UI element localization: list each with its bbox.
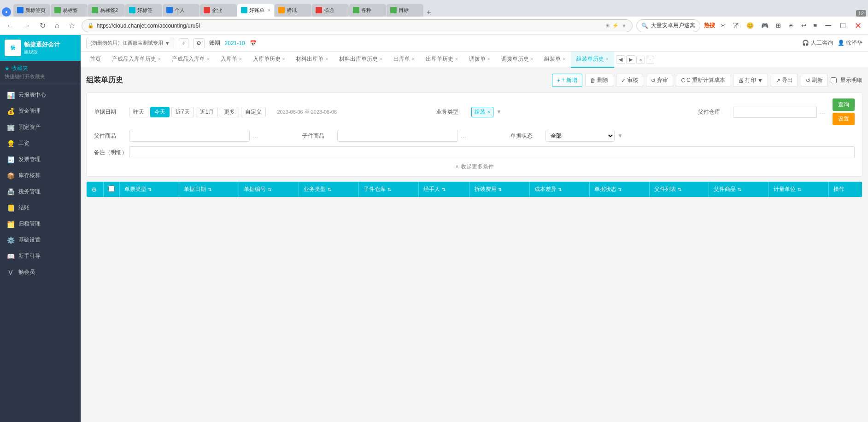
page-tab-in-history[interactable]: 入库单历史 × xyxy=(247,52,291,68)
tab-close-7[interactable]: × xyxy=(412,57,415,62)
browser-tab-9[interactable]: 畅通 xyxy=(312,4,349,17)
audit-button[interactable]: ✓ 审核 xyxy=(616,74,643,87)
export-button[interactable]: ↗ 导出 xyxy=(771,74,798,87)
sidebar-item-inventory[interactable]: 📦 库存核算 xyxy=(0,168,81,184)
menu-icon[interactable]: ≡ xyxy=(812,21,819,30)
browser-tab-4[interactable]: 好标签 xyxy=(125,4,162,17)
minimize-button[interactable]: ─ xyxy=(822,19,834,32)
abandon-button[interactable]: ↺ 弃审 xyxy=(646,74,673,87)
add-button[interactable]: + + 新增 xyxy=(552,74,582,87)
browser-tab-3[interactable]: 易标签2 xyxy=(88,4,125,17)
add-company-button[interactable]: + xyxy=(179,38,188,48)
col-checkbox[interactable] xyxy=(103,182,119,197)
remarks-input[interactable] xyxy=(129,146,855,158)
page-tab-assembly-history[interactable]: 组装单历史 × xyxy=(571,52,614,68)
game-icon[interactable]: 🎮 xyxy=(759,21,770,30)
tab-close-6[interactable]: × xyxy=(380,57,382,62)
col-type[interactable]: 单票类型 ⇅ xyxy=(119,182,179,197)
col-child-warehouse[interactable]: 子件仓库 ⇅ xyxy=(359,182,419,197)
delete-button[interactable]: 🗑 删除 xyxy=(585,74,613,87)
date-btn-today[interactable]: 今天 xyxy=(150,107,170,117)
col-date[interactable]: 单据日期 ⇅ xyxy=(179,182,239,197)
order-status-select[interactable]: 全部 xyxy=(545,130,615,142)
col-cost-diff[interactable]: 成本差异 ⇅ xyxy=(529,182,589,197)
sun-icon[interactable]: ☀ xyxy=(786,21,796,30)
date-btn-7days[interactable]: 近7天 xyxy=(171,107,194,117)
page-tab-finished-in[interactable]: 产成品入库单 × xyxy=(166,52,215,68)
sidebar-favorites[interactable]: ★ 收藏夹 快捷键打开收藏夹 xyxy=(0,61,81,84)
print-button[interactable]: 🖨 打印 ▼ xyxy=(733,74,768,87)
col-settings[interactable]: ⚙ xyxy=(87,182,103,197)
child-goods-input[interactable] xyxy=(337,130,458,142)
table-settings-button[interactable]: ⚙ xyxy=(91,186,97,193)
company-settings-button[interactable]: ⚙ xyxy=(193,38,205,48)
undo-icon[interactable]: ↩ xyxy=(799,21,808,30)
col-order-status[interactable]: 单据状态 ⇅ xyxy=(589,182,649,197)
tab-close-3[interactable]: × xyxy=(239,57,242,62)
page-tab-home[interactable]: 首页 xyxy=(84,52,106,68)
biz-type-tag-close[interactable]: × xyxy=(487,110,490,115)
maximize-button[interactable]: □ xyxy=(838,19,848,32)
parent-warehouse-more-icon[interactable]: … xyxy=(820,109,825,115)
grid-icon[interactable]: ⊞ xyxy=(774,21,783,30)
refresh-button[interactable]: ↺ 刷新 xyxy=(801,74,828,87)
tab-close-5[interactable]: × xyxy=(325,57,328,62)
col-unit[interactable]: 计量单位 ⇅ xyxy=(769,182,829,197)
col-disassemble-fee[interactable]: 拆装费用 ⇅ xyxy=(469,182,529,197)
reload-button[interactable]: ↻ xyxy=(37,19,48,32)
browser-tab-5[interactable]: 个人 xyxy=(163,4,199,17)
sidebar-item-reports[interactable]: 📊 云报表中心 xyxy=(0,87,81,103)
browser-tab-8[interactable]: 腾讯 xyxy=(275,4,311,17)
recalc-button[interactable]: C C 重新计算成本 xyxy=(676,74,730,87)
url-bar[interactable]: 🔒 https://cloud.chanjet.com/accounting/u… xyxy=(82,19,633,32)
page-tab-material-out-history[interactable]: 材料出库单历史 × xyxy=(334,52,388,68)
parent-goods-input[interactable] xyxy=(129,130,250,142)
home-button[interactable]: ⌂ xyxy=(52,20,62,32)
service-button[interactable]: 🎧 人工咨询 xyxy=(802,39,833,47)
company-selector[interactable]: (勿删勿禁用）江西服宝测试专用 ▼ xyxy=(86,38,174,48)
query-button[interactable]: 查询 xyxy=(833,98,855,111)
col-parent-list[interactable]: 父件列表 ⇅ xyxy=(649,182,709,197)
sidebar-item-funds[interactable]: 💰 资金管理 xyxy=(0,103,81,119)
url-dropdown-icon[interactable]: ▼ xyxy=(622,23,627,29)
tabs-menu-button[interactable]: ≡ xyxy=(646,56,654,64)
emoji-icon[interactable]: 😊 xyxy=(745,21,756,30)
tab-close-4[interactable]: × xyxy=(282,57,285,62)
back-button[interactable]: ← xyxy=(4,20,17,32)
settings-button[interactable]: 设置 xyxy=(833,113,855,125)
sidebar-item-close-accounts[interactable]: 📒 结账 xyxy=(0,200,81,216)
period-value[interactable]: 2021-10 xyxy=(225,40,245,46)
parent-goods-more-icon[interactable]: … xyxy=(252,133,258,139)
collapse-button[interactable]: ∧ 收起更多条件 xyxy=(455,163,494,171)
biz-type-dropdown-icon[interactable]: ▼ xyxy=(496,109,502,115)
page-tab-transfer[interactable]: 调拨单 × xyxy=(463,52,496,68)
col-biz-type[interactable]: 业务类型 ⇅ xyxy=(299,182,359,197)
sidebar-item-archive[interactable]: 🗂️ 归档管理 xyxy=(0,216,81,232)
sidebar-item-settings[interactable]: ⚙️ 基础设置 xyxy=(0,232,81,248)
tabs-next-button[interactable]: ▶ xyxy=(626,55,635,64)
tab-close-11[interactable]: × xyxy=(563,57,565,62)
tab-close-8[interactable]: × xyxy=(455,57,458,62)
browser-tab-2[interactable]: 易标签 xyxy=(51,4,88,17)
browser-tab-6[interactable]: 企业 xyxy=(200,4,237,17)
translate-icon[interactable]: 译 xyxy=(731,21,741,31)
select-all-checkbox[interactable] xyxy=(108,185,115,192)
tab-close-10[interactable]: × xyxy=(531,57,534,62)
sidebar-item-payroll[interactable]: 👷 工资 xyxy=(0,135,81,151)
page-tab-out-history[interactable]: 出库单历史 × xyxy=(420,52,463,68)
browser-tab-7[interactable]: 好账单 × xyxy=(237,4,274,17)
sidebar-item-fixed-assets[interactable]: 🏢 固定资产 xyxy=(0,119,81,135)
display-detail-label[interactable]: 显示明细 xyxy=(831,76,862,84)
new-tab-button[interactable]: + xyxy=(424,8,434,17)
col-parent-goods[interactable]: 父件商品 ⇅ xyxy=(709,182,769,197)
bookmark-button[interactable]: ☆ xyxy=(66,19,78,32)
page-tab-material-out[interactable]: 材料出库单 × xyxy=(290,52,334,68)
date-btn-custom[interactable]: 自定义 xyxy=(241,107,266,117)
display-detail-checkbox[interactable] xyxy=(831,77,837,83)
tab-close-9[interactable]: × xyxy=(487,57,490,62)
user-button[interactable]: 👤 徐泽华 xyxy=(838,39,862,47)
page-tab-in-order[interactable]: 入库单 × xyxy=(215,52,247,68)
child-goods-more-icon[interactable]: … xyxy=(461,133,466,139)
tab-close-1[interactable]: × xyxy=(158,57,161,62)
date-btn-1month[interactable]: 近1月 xyxy=(196,107,218,117)
